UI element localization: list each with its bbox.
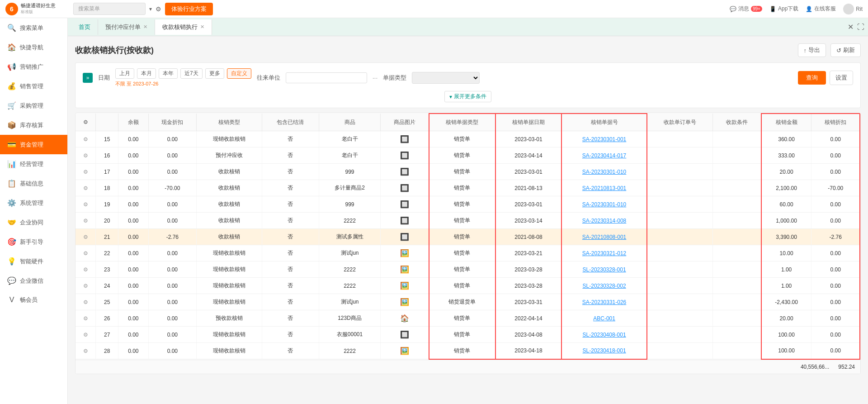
bill-no-cell[interactable]: SA-20210808-001 [561,229,646,245]
messages-button[interactable]: 💬 消息 99+ [730,5,762,13]
industry-solution-button[interactable]: 体验行业方案 [165,3,213,15]
bill-no-cell[interactable]: SA-20230301-001 [561,131,646,147]
date-btn-this-month[interactable]: 本月 [137,68,156,79]
balance-cell: 0.00 [118,229,148,245]
gear-cell[interactable]: ⚙ [75,213,96,229]
bill-no-cell[interactable]: SA-20210813-001 [561,180,646,196]
bill-no-cell[interactable]: SL-20230408-001 [561,327,646,343]
sidebar-label-search: 搜索菜单 [20,24,43,32]
sidebar-item-purchase[interactable]: 🛒 采购管理 [0,96,67,115]
col-header-gear[interactable]: ⚙ [75,114,96,131]
bill-no-cell[interactable]: SA-20230331-026 [561,294,646,310]
bill-no-cell[interactable]: SA-20230321-012 [561,245,646,261]
tab-expand-icon[interactable]: ⛶ [857,23,864,31]
footer-total-discount: 952.24 [838,364,855,370]
verify-amount-cell: 20.00 [761,164,811,180]
tab-close-verify[interactable]: ✕ [200,24,204,30]
gear-cell[interactable]: ⚙ [75,278,96,294]
guide-icon: 🎯 [7,238,16,246]
bill-date-cell: 2023-03-14 [495,213,562,229]
row-no-cell: 19 [96,196,118,213]
product-cell: 2222 [319,278,381,294]
gear-cell[interactable]: ⚙ [75,131,96,147]
sidebar-item-member[interactable]: V 畅会员 [0,290,67,309]
sidebar-item-system[interactable]: ⚙️ 系统管理 [0,193,67,213]
filter-expand-arrow[interactable]: » [83,73,93,83]
sidebar-item-basic-info[interactable]: 📋 基础信息 [0,174,67,193]
sidebar-item-collab[interactable]: 🤝 企业协同 [0,213,67,232]
tab-verify[interactable]: 收款核销执行 ✕ [155,19,212,35]
gear-cell[interactable]: ⚙ [75,147,96,164]
gear-cell[interactable]: ⚙ [75,229,96,245]
balance-cell: 0.00 [118,245,148,261]
product-image-cell: 🔲 [381,164,429,180]
gear-cell[interactable]: ⚙ [75,196,96,213]
gear-cell[interactable]: ⚙ [75,164,96,180]
verify-amount-cell: 1.00 [761,261,811,278]
included-cleared-cell: 否 [262,164,319,180]
table-row: ⚙ 18 0.00 -70.00 收款核销 否 多计量商品2 🔲 销货单 202… [75,180,860,196]
bill-no-cell[interactable]: SA-20230301-010 [561,196,646,213]
sidebar-item-finance[interactable]: 💳 资金管理 [0,135,67,154]
gear-cell[interactable]: ⚙ [75,343,96,359]
setting-button[interactable]: 设置 [830,71,853,85]
query-button[interactable]: 查询 [798,71,826,85]
sidebar-item-hardware[interactable]: 💡 智能硬件 [0,252,67,271]
bill-no-cell[interactable]: SA-20230301-010 [561,164,646,180]
main-layout: 🔍 搜索菜单 🏠 快捷导航 📢 营销推广 💰 销售管理 🛒 采购管理 📦 库存核… [0,18,868,404]
tab-close-prepay[interactable]: ✕ [143,24,147,30]
row-no-cell: 24 [96,278,118,294]
dropdown-arrow-icon[interactable]: ▾ [149,6,152,12]
bill-no-cell[interactable]: SA-20230414-017 [561,147,646,164]
bill-no-cell[interactable]: SA-20230314-008 [561,213,646,229]
export-button[interactable]: ↑ 导出 [798,43,826,57]
gear-cell[interactable]: ⚙ [75,310,96,327]
gear-cell[interactable]: ⚙ [75,180,96,196]
sidebar-item-guide[interactable]: 🎯 新手引导 [0,232,67,252]
bill-no-cell[interactable]: SL-20230328-002 [561,278,646,294]
expand-more-conditions-button[interactable]: ▾ 展开更多条件 [444,91,491,102]
tab-prepay[interactable]: 预付冲应付单 ✕ [98,19,155,35]
sidebar-item-operations[interactable]: 📊 经营管理 [0,154,67,174]
date-btn-last-month[interactable]: 上月 [115,68,134,79]
bill-no-cell[interactable]: ABC-001 [561,310,646,327]
date-btn-this-year[interactable]: 本年 [159,68,178,79]
online-service-button[interactable]: 👤 在线客服 [806,5,836,13]
tab-home[interactable]: 首页 [71,19,98,35]
settings-gear-icon[interactable]: ⚙ [156,5,161,13]
from-unit-input[interactable] [286,72,367,83]
sidebar-item-wechat[interactable]: 💬 企业微信 [0,271,67,290]
date-btn-custom[interactable]: 自定义 [227,68,251,79]
gear-cell[interactable]: ⚙ [75,327,96,343]
cash-discount-cell: 0.00 [148,196,196,213]
included-cleared-cell: 否 [262,196,319,213]
refresh-button[interactable]: ↺ 刷新 [830,43,861,57]
single-type-select[interactable] [412,72,480,84]
product-cell: 衣服00001 [319,327,381,343]
gear-cell[interactable]: ⚙ [75,294,96,310]
gear-cell[interactable]: ⚙ [75,261,96,278]
top-bar: 6 畅捷通谱好生意 标准版 搜索菜单 ▾ ⚙ 体验行业方案 💬 消息 99+ 📱… [0,0,868,18]
sidebar-label-operations: 经营管理 [20,160,43,168]
col-header-cash-discount: 现金折扣 [148,114,196,131]
app-download-button[interactable]: 📱 App下载 [769,5,798,13]
included-cleared-cell: 否 [262,229,319,245]
bill-no-cell[interactable]: SL-20230418-001 [561,343,646,359]
tab-bar: 首页 预付冲应付单 ✕ 收款核销执行 ✕ ✕ ⛶ [68,18,868,36]
sidebar-item-inventory[interactable]: 📦 库存核算 [0,115,67,135]
bill-no-cell[interactable]: SL-20230328-001 [561,261,646,278]
date-btn-7days[interactable]: 近7天 [180,68,203,79]
bill-date-cell: 2023-03-01 [495,164,562,180]
sidebar-item-sales[interactable]: 💰 销售管理 [0,76,67,96]
cash-discount-cell: 0.00 [148,261,196,278]
user-profile[interactable]: Rit [843,4,863,14]
sidebar-item-quicknav[interactable]: 🏠 快捷导航 [0,38,67,57]
sidebar-item-marketing[interactable]: 📢 营销推广 [0,57,67,76]
date-btn-more[interactable]: 更多 [205,68,224,79]
tab-close-window-icon[interactable]: ✕ [848,23,854,31]
data-table-wrapper: ⚙ 余额 现金折扣 核销类型 包含已结清 商品 商品图片 核销单据类型 核销单据… [75,113,861,374]
balance-cell: 0.00 [118,294,148,310]
gear-cell[interactable]: ⚙ [75,245,96,261]
product-image-cell: 🖼️ [381,294,429,310]
sidebar-item-search[interactable]: 🔍 搜索菜单 [0,18,67,38]
